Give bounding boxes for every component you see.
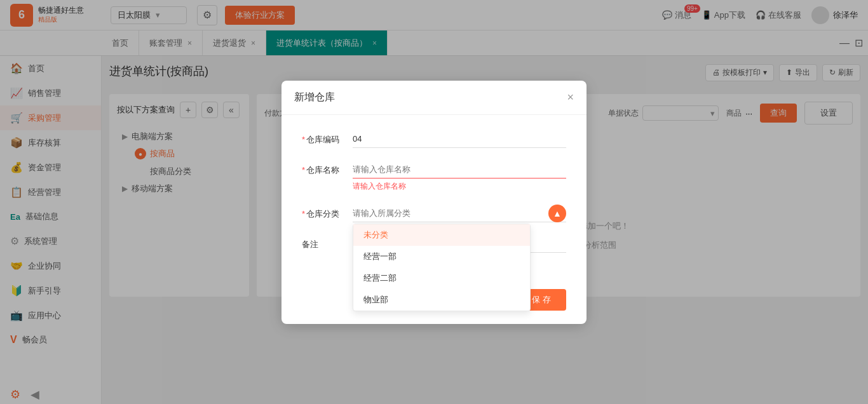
code-input[interactable] bbox=[353, 130, 566, 148]
category-dropdown: 未分类 经营一部 经营二部 物业部 bbox=[353, 224, 531, 311]
category-input[interactable] bbox=[353, 205, 566, 222]
category-option-unclassified[interactable]: 未分类 bbox=[353, 224, 530, 246]
category-toggle-button[interactable]: ▲ bbox=[548, 205, 566, 222]
category-control: ▲ 未分类 经营一部 经营二部 物业部 bbox=[353, 205, 566, 222]
category-option-property[interactable]: 物业部 bbox=[353, 289, 530, 311]
modal-title: 新增仓库 bbox=[294, 91, 335, 104]
code-control bbox=[353, 130, 566, 148]
modal-add-warehouse: 新增仓库 × 仓库编码 仓库名称 请输入仓库名称 仓库分类 bbox=[281, 81, 587, 324]
name-input[interactable] bbox=[353, 161, 566, 178]
code-label: 仓库编码 bbox=[302, 130, 353, 145]
name-error-msg: 请输入仓库名称 bbox=[353, 181, 566, 192]
name-control: 请输入仓库名称 bbox=[353, 161, 566, 192]
name-label: 仓库名称 bbox=[302, 161, 353, 176]
category-label: 仓库分类 bbox=[302, 205, 353, 220]
modal-header: 新增仓库 × bbox=[281, 81, 587, 115]
modal-overlay[interactable]: 新增仓库 × 仓库编码 仓库名称 请输入仓库名称 仓库分类 bbox=[0, 0, 868, 404]
modal-close-button[interactable]: × bbox=[567, 91, 574, 104]
note-label: 备注 bbox=[302, 235, 353, 250]
form-row-name: 仓库名称 请输入仓库名称 bbox=[302, 161, 566, 192]
modal-body: 仓库编码 仓库名称 请输入仓库名称 仓库分类 ▲ bbox=[281, 115, 587, 281]
category-input-wrap: ▲ bbox=[353, 205, 566, 222]
form-row-code: 仓库编码 bbox=[302, 130, 566, 148]
category-option-dept1[interactable]: 经营一部 bbox=[353, 246, 530, 267]
category-option-dept2[interactable]: 经营二部 bbox=[353, 267, 530, 289]
form-row-category: 仓库分类 ▲ 未分类 经营一部 经营二部 物业部 bbox=[302, 205, 566, 222]
